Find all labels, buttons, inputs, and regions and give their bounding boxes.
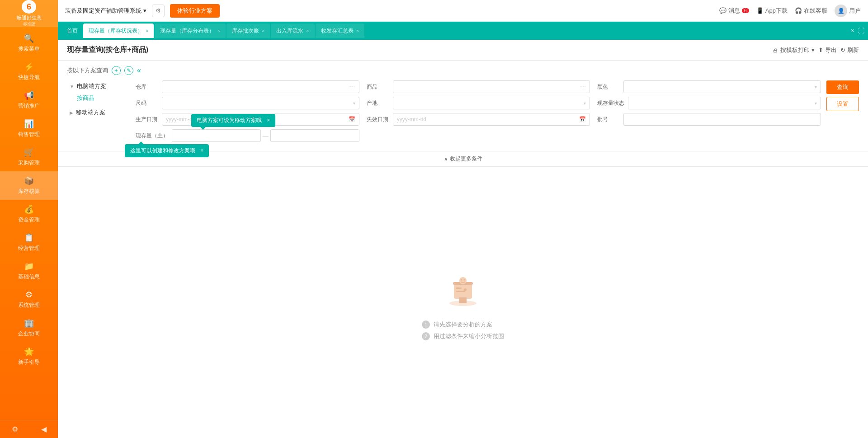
sidebar: 6 畅通好生意 标准版 🔍 搜索菜单 ⚡ 快捷导航 📢 营销推广 📊 销售管理 … — [0, 0, 58, 438]
sidebar-item-guide[interactable]: 🌟 新手引导 — [0, 342, 58, 371]
scheme-item-mobile[interactable]: ▶ 移动端方案 — [67, 107, 125, 118]
tooltip2-close-icon[interactable]: × — [200, 147, 203, 154]
tooltip-close-icon[interactable]: × — [267, 117, 270, 123]
batch-label: 批号 — [597, 116, 620, 123]
filter-field-expire-date: 失效日期 yyyy-mm-dd 📅 — [367, 113, 590, 126]
sidebar-item-marketing[interactable]: 📢 营销推广 — [0, 86, 58, 114]
tip2-text: 用过滤条件来缩小分析范围 — [434, 332, 504, 340]
sidebar-item-inventory[interactable]: 📦 库存核算 — [0, 171, 58, 200]
expire-date-input[interactable]: yyyy-mm-dd 📅 — [393, 113, 590, 126]
tab-close-icon[interactable]: × — [217, 28, 220, 33]
tip2-number: 2 — [422, 332, 430, 340]
size-select[interactable]: ▾ — [162, 97, 359, 109]
stock-qty-from[interactable] — [172, 129, 261, 142]
select-arrow-icon: ▾ — [815, 85, 817, 89]
search-icon: 🔍 — [24, 33, 34, 43]
tab-close-icon[interactable]: × — [262, 28, 264, 33]
tab-fullscreen-icon[interactable]: ⛶ — [858, 27, 864, 34]
tree-expand-icon: ▶ — [70, 110, 73, 115]
filter-header: 按以下方案查询 + ✎ « — [67, 66, 859, 75]
export-button[interactable]: ⬆ 导出 — [818, 46, 837, 54]
tab-batch-ledger[interactable]: 库存批次账 × — [226, 24, 270, 38]
warehouse-label: 仓库 — [136, 83, 158, 91]
tab-in-out-flow[interactable]: 出入库流水 × — [271, 24, 314, 38]
select-arrow-icon: ▾ — [815, 101, 817, 106]
empty-state: 1 请先选择要分析的方案 2 用过滤条件来缩小分析范围 — [58, 167, 868, 438]
svg-rect-4 — [456, 291, 465, 292]
messages-button[interactable]: 💬 消息 6 — [719, 7, 749, 15]
tab-close-icon[interactable]: × — [306, 28, 309, 33]
calendar-icon: 📅 — [349, 116, 355, 122]
stock-qty-to[interactable] — [270, 129, 359, 142]
color-select[interactable]: ▾ — [623, 80, 821, 93]
tab-close-icon[interactable]: × — [356, 28, 359, 33]
tab-close-all-icon[interactable]: × — [851, 27, 854, 34]
sidebar-item-label: 资金管理 — [18, 216, 40, 224]
app-download-button[interactable]: 📱 App下载 — [756, 7, 788, 15]
sidebar-item-purchase[interactable]: 🛒 采购管理 — [0, 143, 58, 171]
top-header: 装备及固定资产辅助管理系统 ▾ ⚙ 体验行业方案 💬 消息 6 📱 App下载 … — [58, 0, 868, 22]
inventory-icon: 📦 — [24, 176, 34, 186]
filter-field-batch: 批号 — [597, 113, 821, 126]
filter-arrow-icon[interactable]: « — [137, 66, 141, 75]
user-area[interactable]: 👤 用户 — [835, 5, 861, 17]
system-title-dropdown[interactable]: 装备及固定资产辅助管理系统 ▾ — [65, 7, 146, 15]
gear-button[interactable]: ⚙ — [152, 5, 165, 17]
filter-edit-button[interactable]: ✎ — [124, 66, 133, 75]
sidebar-item-label: 企业协同 — [18, 330, 40, 338]
stock-qty-label: 现存量（主） — [136, 132, 168, 140]
scheme-item-by-goods[interactable]: 按商品 — [67, 92, 125, 104]
query-button[interactable]: 查询 — [826, 80, 859, 94]
template-print-label: 按模板打印 — [780, 46, 810, 54]
filter-field-color: 颜色 ▾ — [597, 80, 821, 93]
collapse-sidebar-icon[interactable]: ◀ — [41, 425, 47, 433]
svg-point-6 — [459, 277, 467, 284]
filter-field-stock-qty: 现存量（主） — — [136, 129, 359, 142]
refresh-button[interactable]: ↻ 刷新 — [840, 46, 859, 54]
svg-rect-3 — [456, 287, 462, 289]
tip1-number: 1 — [422, 320, 430, 329]
sidebar-item-search[interactable]: 🔍 搜索菜单 — [0, 29, 58, 57]
settings-bottom-icon[interactable]: ⚙ — [12, 425, 18, 433]
scheme-item-desktop[interactable]: ▼ 电脑端方案 — [67, 80, 125, 92]
sidebar-item-sales[interactable]: 📊 销售管理 — [0, 114, 58, 143]
tab-home[interactable]: 首页 — [61, 27, 83, 35]
enterprise-icon: 🏢 — [24, 318, 34, 328]
tab-inventory-dist[interactable]: 现存量（库存分布表） × — [155, 24, 225, 38]
sidebar-item-operations[interactable]: 📋 经营管理 — [0, 228, 58, 257]
tab-label: 出入库流水 — [276, 27, 303, 35]
sidebar-item-system[interactable]: ⚙ 系统管理 — [0, 285, 58, 314]
color-label: 颜色 — [597, 83, 620, 91]
filter-add-button[interactable]: + — [112, 66, 121, 75]
reset-button[interactable]: 设置 — [826, 97, 859, 111]
support-icon: 🎧 — [795, 7, 802, 14]
goods-select[interactable]: ··· — [393, 80, 590, 93]
system-icon: ⚙ — [25, 290, 33, 300]
warehouse-select[interactable]: ··· — [162, 80, 359, 93]
operations-icon: 📋 — [24, 233, 34, 243]
sidebar-item-label: 经营管理 — [18, 245, 40, 252]
tab-close-icon[interactable]: × — [146, 28, 148, 33]
experience-button[interactable]: 体验行业方案 — [170, 4, 220, 18]
batch-input[interactable] — [623, 113, 821, 126]
export-label: 导出 — [825, 46, 837, 54]
tab-inventory-status[interactable]: 现存量（库存状况表） × — [83, 24, 154, 38]
origin-select[interactable]: ▾ — [393, 97, 590, 109]
sidebar-item-label: 快捷导航 — [18, 74, 40, 81]
tab-receive-summary[interactable]: 收发存汇总表 × — [316, 24, 364, 38]
scheme-tree: ▼ 电脑端方案 按商品 ▶ 移动端方案 — [67, 80, 130, 146]
template-print-button[interactable]: 🖨 按模板打印 ▾ — [773, 46, 815, 54]
sidebar-item-basic[interactable]: 📁 基础信息 — [0, 257, 58, 285]
tab-label: 收发存汇总表 — [321, 27, 354, 35]
sidebar-item-finance[interactable]: 💰 资金管理 — [0, 200, 58, 228]
quick-nav-icon: ⚡ — [24, 62, 34, 72]
sidebar-item-quick-nav[interactable]: ⚡ 快捷导航 — [0, 57, 58, 86]
tab-bar-right: × ⛶ — [851, 27, 864, 34]
online-support-button[interactable]: 🎧 在线客服 — [795, 7, 827, 15]
online-support-label: 在线客服 — [804, 7, 827, 15]
calendar-icon: 📅 — [579, 116, 586, 122]
collapse-label: 收起更多条件 — [450, 155, 482, 163]
stock-status-select[interactable]: ▾ — [628, 97, 821, 109]
finance-icon: 💰 — [24, 204, 34, 214]
sidebar-item-enterprise[interactable]: 🏢 企业协同 — [0, 314, 58, 342]
